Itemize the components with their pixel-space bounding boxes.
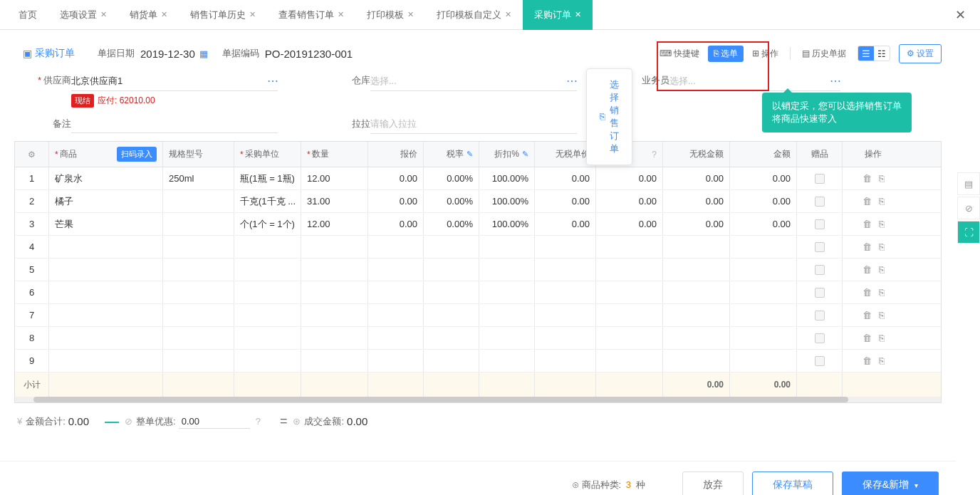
save-draft-button[interactable]: 保存草稿 xyxy=(752,471,833,495)
history-icon: ▤ xyxy=(802,48,810,58)
calendar-icon[interactable]: ▦ xyxy=(199,48,208,59)
delete-icon[interactable]: 🗑 xyxy=(862,287,872,298)
delete-icon[interactable]: 🗑 xyxy=(862,264,872,275)
minus-icon: — xyxy=(105,413,119,429)
deal-amount: ⊛ 成交金额: 0.00 xyxy=(293,415,368,428)
due-amount: 应付: 62010.00 xyxy=(98,95,155,107)
copy-icon[interactable]: ⎘ xyxy=(879,355,885,366)
delete-icon[interactable]: 🗑 xyxy=(862,241,872,252)
table-row[interactable]: 8🗑⎘ xyxy=(15,327,941,350)
table-row[interactable]: 1矿泉水250ml瓶(1瓶 = 1瓶)12.000.000.00%100.00%… xyxy=(15,167,941,190)
view-list-button[interactable]: ☷ xyxy=(874,46,890,61)
tab-sales-order[interactable]: 销货单✕ xyxy=(118,0,179,30)
delete-icon[interactable]: 🗑 xyxy=(862,219,872,229)
table-row[interactable]: 9🗑⎘ xyxy=(15,350,941,372)
scan-button[interactable]: 扫码录入 xyxy=(117,147,157,162)
doc-code-value: PO-20191230-001 xyxy=(265,48,353,60)
supplier-input[interactable]: 北京供应商1 ⋯ xyxy=(71,71,278,91)
tab-sales-history[interactable]: 销售订单历史✕ xyxy=(179,0,267,30)
copy-icon[interactable]: ⎘ xyxy=(879,219,885,229)
gear-icon: ⚙ xyxy=(907,48,914,58)
close-icon[interactable]: ✕ xyxy=(575,10,581,19)
gift-checkbox[interactable] xyxy=(815,311,825,321)
delete-icon[interactable]: 🗑 xyxy=(862,355,872,366)
salesman-input[interactable]: 选择... ⋯ xyxy=(669,71,840,91)
view-card-button[interactable]: ☰ xyxy=(858,46,874,61)
lala-input[interactable]: 请输入拉拉 xyxy=(370,115,577,134)
select-doc-button[interactable]: ⎘选单 xyxy=(708,46,744,62)
table-row[interactable]: 2橘子千克(1千克 ...31.000.000.00%100.00%0.000.… xyxy=(15,190,941,213)
copy-icon[interactable]: ⎘ xyxy=(879,196,885,207)
operations-button[interactable]: ⊞操作 xyxy=(746,46,784,62)
copy-icon[interactable]: ⎘ xyxy=(879,333,885,343)
tab-home[interactable]: 首页 xyxy=(7,0,48,30)
more-icon[interactable]: ⋯ xyxy=(566,74,577,88)
gear-icon[interactable]: ⚙ xyxy=(28,150,36,160)
edit-icon[interactable]: ✎ xyxy=(522,150,528,159)
gift-checkbox[interactable] xyxy=(815,197,825,207)
gift-checkbox[interactable] xyxy=(815,333,825,343)
keyboard-icon: ⌨ xyxy=(660,48,672,58)
remark-input[interactable] xyxy=(71,115,278,133)
rail-link-button[interactable]: ⊘ xyxy=(957,197,980,219)
header: ▣ 采购订单 单据日期 2019-12-30 ▦ 单据编码 PO-2019123… xyxy=(0,30,956,71)
save-new-button[interactable]: 保存&新增▾ xyxy=(842,471,939,495)
table-row[interactable]: 5🗑⎘ xyxy=(15,259,941,281)
rail-note-button[interactable]: ▤ xyxy=(957,172,980,195)
close-icon[interactable]: ✕ xyxy=(407,10,414,19)
close-icon[interactable]: ✕ xyxy=(505,10,511,19)
table-row[interactable]: 7🗑⎘ xyxy=(15,304,941,327)
settings-button[interactable]: ⚙设置 xyxy=(899,44,942,63)
dropdown-select-sales-order[interactable]: ⎘选择销售订单 xyxy=(587,73,632,160)
warehouse-input[interactable]: 选择... ⋯ xyxy=(370,71,577,91)
tab-print-template[interactable]: 打印模板✕ xyxy=(355,0,425,30)
gift-checkbox[interactable] xyxy=(815,219,825,229)
help-icon[interactable]: ? xyxy=(652,150,657,160)
copy-icon[interactable]: ⎘ xyxy=(879,241,885,252)
close-icon[interactable]: ✕ xyxy=(161,10,167,19)
help-icon[interactable]: ? xyxy=(256,416,261,427)
table-row[interactable]: 4🗑⎘ xyxy=(15,236,941,259)
data-grid: ⚙ *商品扫码录入 规格型号 *采购单位 *数量 报价 税率✎ 折扣%✎ 无税单… xyxy=(14,141,942,403)
edit-icon[interactable]: ✎ xyxy=(466,150,473,159)
delete-icon[interactable]: 🗑 xyxy=(862,173,872,184)
horizontal-scrollbar[interactable] xyxy=(15,397,941,402)
gift-checkbox[interactable] xyxy=(815,288,825,298)
warehouse-field: 仓库 选择... ⋯ xyxy=(320,71,577,108)
copy-icon[interactable]: ⎘ xyxy=(879,264,885,275)
doc-date-value[interactable]: 2019-12-30 xyxy=(140,48,195,60)
tab-view-sales[interactable]: 查看销售订单✕ xyxy=(267,0,355,30)
more-icon[interactable]: ⋯ xyxy=(267,74,278,88)
delete-icon[interactable]: 🗑 xyxy=(862,310,872,321)
delete-icon[interactable]: 🗑 xyxy=(862,196,872,207)
table-row[interactable]: 3芒果个(1个 = 1个)12.000.000.00%100.00%0.000.… xyxy=(15,213,941,236)
doc-date-field: 单据日期 2019-12-30 ▦ xyxy=(98,47,208,60)
more-icon[interactable]: ⋯ xyxy=(830,74,840,88)
close-icon[interactable]: ✕ xyxy=(249,10,256,19)
copy-icon[interactable]: ⎘ xyxy=(879,287,885,298)
tab-options[interactable]: 选项设置✕ xyxy=(48,0,118,30)
close-icon[interactable]: ✕ xyxy=(100,10,107,19)
item-count: ⊙ 商品种类: 3 种 xyxy=(572,479,645,491)
close-all-icon[interactable]: ✕ xyxy=(948,7,973,23)
copy-icon[interactable]: ⎘ xyxy=(879,310,885,321)
tab-print-custom[interactable]: 打印模板自定义✕ xyxy=(425,0,523,30)
equals-icon: = xyxy=(280,414,288,429)
gift-checkbox[interactable] xyxy=(815,265,825,275)
page-title-tab[interactable]: ▣ 采购订单 xyxy=(14,43,83,64)
delete-icon[interactable]: 🗑 xyxy=(862,333,872,343)
lala-field: 拉拉 请输入拉拉 xyxy=(320,115,577,134)
abandon-button[interactable]: 放弃 xyxy=(682,471,744,495)
tab-purchase-order[interactable]: 采购订单✕ xyxy=(523,0,593,30)
history-button[interactable]: ▤历史单据 xyxy=(796,46,852,62)
gift-checkbox[interactable] xyxy=(815,174,825,184)
close-icon[interactable]: ✕ xyxy=(338,10,344,19)
link-icon: ⎘ xyxy=(600,111,605,122)
gift-checkbox[interactable] xyxy=(815,242,825,252)
rail-expand-button[interactable]: ⛶ xyxy=(957,221,980,244)
discount-input[interactable]: 0.00 xyxy=(179,415,250,429)
gift-checkbox[interactable] xyxy=(815,356,825,366)
shortcut-button[interactable]: ⌨快捷键 xyxy=(654,46,705,62)
table-row[interactable]: 6🗑⎘ xyxy=(15,281,941,304)
copy-icon[interactable]: ⎘ xyxy=(879,173,885,184)
